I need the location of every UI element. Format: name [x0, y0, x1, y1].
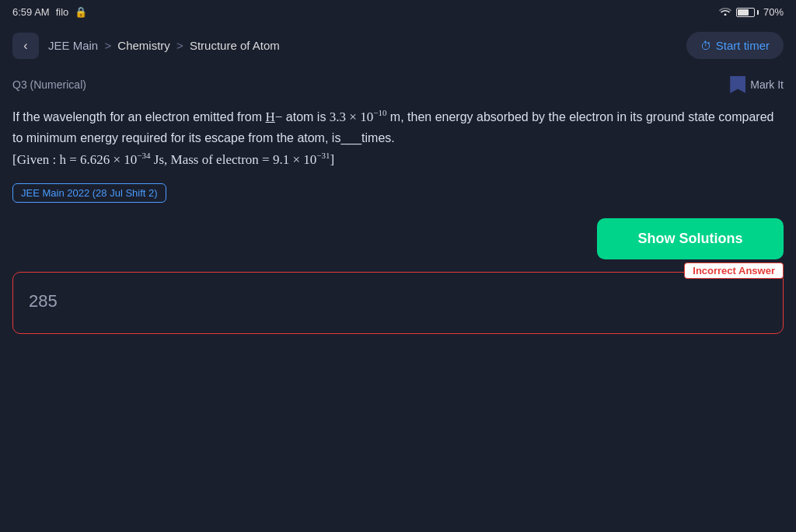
battery-percent: 70% [763, 6, 784, 18]
question-given: [Given : h = 6.626 × 10−34 Js, Mass of e… [12, 152, 334, 167]
question-text-main: If the wavelength for an electron emitte… [12, 110, 773, 144]
start-timer-label: Start timer [716, 39, 770, 52]
breadcrumb-chemistry: Chemistry [117, 39, 170, 52]
status-left: 6:59 AM filo 🔒 [12, 6, 87, 18]
status-right: 70% [719, 6, 784, 18]
answer-section: Incorrect Answer 285 [12, 272, 784, 334]
breadcrumb: JEE Main > Chemistry > Structure of Atom [48, 39, 280, 52]
bookmark-icon [730, 76, 745, 93]
question-label: Q3 (Numerical) [12, 78, 86, 91]
mark-it-button[interactable]: Mark It [730, 76, 784, 93]
question-body: If the wavelength for an electron emitte… [0, 99, 796, 183]
actions-row: Show Solutions [0, 218, 796, 272]
breadcrumb-topic: Structure of Atom [190, 39, 280, 52]
back-button[interactable]: ‹ [12, 33, 39, 59]
formula-H: H− [266, 110, 283, 124]
breadcrumb-sep2: > [176, 39, 183, 52]
mark-it-label: Mark It [750, 78, 784, 91]
battery-indicator [736, 8, 759, 17]
wifi-icon [719, 6, 731, 18]
app-name: filo [56, 6, 69, 18]
nav-left: ‹ JEE Main > Chemistry > Structure of At… [12, 33, 280, 59]
status-bar: 6:59 AM filo 🔒 70% [0, 0, 796, 21]
incorrect-label: Incorrect Answer [684, 263, 784, 279]
answer-value: 285 [29, 291, 58, 311]
answer-box: 285 [12, 272, 784, 334]
formula-wavelength: 3.3 × 10−10 [330, 110, 387, 124]
nav-bar: ‹ JEE Main > Chemistry > Structure of At… [0, 24, 796, 67]
tag-section: JEE Main 2022 (28 Jul Shift 2) [0, 183, 796, 218]
time-display: 6:59 AM [12, 6, 50, 18]
timer-icon: ⏱ [700, 40, 711, 52]
show-solutions-button[interactable]: Show Solutions [597, 218, 784, 259]
breadcrumb-sep1: > [104, 39, 111, 52]
exam-tag: JEE Main 2022 (28 Jul Shift 2) [12, 183, 166, 203]
breadcrumb-root: JEE Main [48, 39, 98, 52]
lock-icon: 🔒 [75, 6, 87, 18]
start-timer-button[interactable]: ⏱ Start timer [686, 32, 784, 59]
question-header: Q3 (Numerical) Mark It [0, 67, 796, 99]
